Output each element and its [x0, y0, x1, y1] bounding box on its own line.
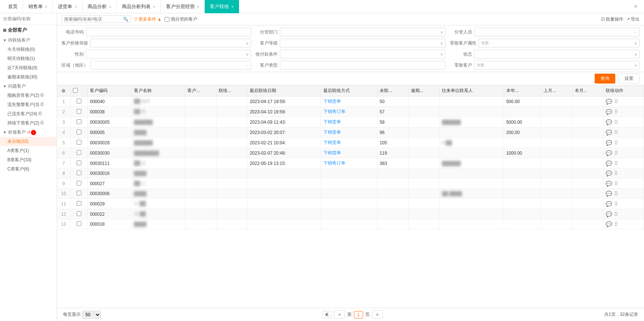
row-checkbox[interactable]: [70, 107, 88, 117]
more-icon[interactable]: ⠿: [614, 191, 618, 197]
gender-input[interactable]: ∨: [86, 50, 251, 59]
more-icon[interactable]: ⠿: [614, 130, 618, 135]
prev-page-button[interactable]: ＜: [334, 310, 345, 319]
sidebar-group-problem[interactable]: ▼ 问题客户: [0, 82, 57, 91]
nav-tab-4[interactable]: 客户分层经营 ×: [161, 0, 205, 13]
message-icon[interactable]: 💬: [606, 99, 612, 105]
my-customers-checkbox[interactable]: 我分管的客户: [165, 16, 197, 22]
batch-operate-button[interactable]: ☑ 批量操作: [601, 16, 623, 22]
more-icon[interactable]: ⠿: [614, 170, 618, 176]
close-tab-0[interactable]: ×: [45, 4, 47, 9]
region-input[interactable]: ···: [90, 61, 251, 70]
close-tab-4[interactable]: ×: [197, 4, 199, 9]
message-icon[interactable]: 💬: [606, 130, 612, 135]
message-icon[interactable]: 💬: [606, 140, 612, 146]
row-checkbox[interactable]: [70, 158, 88, 169]
row-checkbox[interactable]: [70, 96, 88, 107]
more-icon[interactable]: ⠿: [614, 99, 618, 105]
sidebar-item-declining[interactable]: 持续下滑客户(2) ©: [0, 119, 57, 128]
sidebar-item-overdue[interactable]: 逾期未联络(30): [0, 73, 57, 82]
more-icon[interactable]: ⠿: [614, 119, 618, 125]
more-conditions-button[interactable]: ▽ 更多条件 ▲: [134, 16, 162, 22]
row-checkbox[interactable]: [70, 189, 88, 199]
more-icon[interactable]: ⠿: [614, 160, 618, 166]
phone-input[interactable]: [86, 28, 251, 36]
customer-type-input[interactable]: [280, 61, 445, 70]
payment-input[interactable]: ∨: [280, 50, 445, 59]
nav-tab-2[interactable]: 商品分析 ×: [82, 0, 117, 13]
message-icon[interactable]: 💬: [606, 150, 612, 156]
more-icon[interactable]: ⠿: [614, 221, 618, 227]
sidebar-group-value[interactable]: ▼ 价值客户 ↺ !: [0, 128, 57, 137]
row-checkbox[interactable]: [70, 117, 88, 127]
reset-button[interactable]: 设置: [618, 74, 640, 84]
search-button[interactable]: 查询: [595, 74, 615, 84]
sidebar-item-class-c[interactable]: C类客户(6): [0, 165, 57, 174]
my-customers-check[interactable]: [165, 17, 169, 22]
nav-tab-5[interactable]: 客户联络 ×: [205, 0, 239, 13]
message-icon[interactable]: 💬: [606, 211, 612, 217]
more-icon[interactable]: ⠿: [614, 201, 618, 207]
message-icon[interactable]: 💬: [606, 109, 612, 115]
close-tab-1[interactable]: ×: [74, 4, 77, 9]
row-checkbox[interactable]: [70, 148, 88, 158]
search-icon[interactable]: 🔍: [123, 17, 129, 22]
nav-home[interactable]: 首页: [3, 0, 23, 13]
search-input[interactable]: [64, 17, 123, 22]
row-checkbox[interactable]: [70, 179, 88, 189]
sidebar-item-ungrouped[interactable]: 未分组(32): [0, 137, 57, 146]
close-tab-2[interactable]: ×: [109, 4, 111, 9]
nav-tab-0[interactable]: 销售单 ×: [23, 0, 53, 13]
nav-tab-3[interactable]: 商品分析列表 ×: [117, 0, 161, 13]
message-icon[interactable]: 💬: [606, 221, 612, 227]
message-icon[interactable]: 💬: [606, 181, 612, 187]
message-icon[interactable]: 💬: [606, 160, 612, 166]
close-all-button[interactable]: ×: [630, 3, 641, 10]
sidebar-item-class-b[interactable]: B类客户(33): [0, 155, 57, 165]
retail-customer-input[interactable]: 全部∨: [474, 61, 640, 70]
filter-gender: 性别 ∨: [61, 50, 251, 59]
row-checkbox[interactable]: [70, 209, 88, 219]
all-customers-header[interactable]: ⊞ 全部客户: [0, 25, 57, 36]
retail-attr-input[interactable]: 全部∨: [479, 39, 640, 47]
more-icon[interactable]: ⠿: [614, 109, 618, 115]
sidebar-item-today[interactable]: 今天待联络(0): [0, 45, 57, 54]
dept-input[interactable]: ∨: [280, 28, 445, 36]
status-input[interactable]: ∨: [474, 50, 640, 59]
export-button[interactable]: ↗ 导出: [626, 16, 640, 22]
row-checkbox[interactable]: [70, 169, 88, 179]
close-tab-3[interactable]: ×: [153, 4, 155, 9]
select-all-checkbox[interactable]: [73, 88, 78, 93]
sidebar-item-churn-warning[interactable]: 流失预警客户(3) ©: [0, 100, 57, 109]
sidebar-item-hoarding[interactable]: 囤购异常客户(2) ©: [0, 91, 57, 100]
message-icon[interactable]: 💬: [606, 201, 612, 207]
price-level-input[interactable]: ∨: [90, 39, 251, 47]
row-checkbox[interactable]: [70, 138, 88, 148]
sidebar-item-class-a[interactable]: A类客户(1): [0, 146, 57, 155]
sidebar-search-input[interactable]: [3, 16, 57, 21]
nav-tab-1[interactable]: 进货单 ×: [53, 0, 82, 13]
more-icon[interactable]: ⠿: [614, 181, 618, 187]
current-page[interactable]: 1: [354, 311, 363, 318]
first-page-button[interactable]: K: [322, 311, 332, 318]
sidebar-group-pending[interactable]: ▼ 待联络客户: [0, 36, 57, 45]
customer-level-input[interactable]: ∨: [280, 39, 445, 47]
more-icon[interactable]: ⠿: [614, 140, 618, 146]
next-page-button[interactable]: ＞: [372, 310, 383, 319]
more-icon[interactable]: ⠿: [614, 211, 618, 217]
col-settings[interactable]: ⚙: [57, 85, 70, 96]
sidebar-item-tomorrow[interactable]: 明天待联络(1): [0, 54, 57, 63]
message-icon[interactable]: 💬: [606, 191, 612, 197]
message-icon[interactable]: 💬: [606, 119, 612, 125]
message-icon[interactable]: 💬: [606, 170, 612, 176]
sidebar-item-7days[interactable]: 近7天待联络(0): [0, 63, 57, 73]
col-checkbox[interactable]: [70, 85, 88, 96]
close-tab-5[interactable]: ×: [231, 4, 233, 9]
row-checkbox[interactable]: [70, 127, 88, 138]
person-input[interactable]: ···: [474, 28, 640, 36]
sidebar-item-churned[interactable]: 已流失客户(24) ©: [0, 109, 57, 119]
more-icon[interactable]: ⠿: [614, 150, 618, 156]
row-checkbox[interactable]: [70, 199, 88, 209]
row-checkbox[interactable]: [70, 219, 88, 229]
per-page-select[interactable]: 50 20 100: [82, 311, 101, 319]
